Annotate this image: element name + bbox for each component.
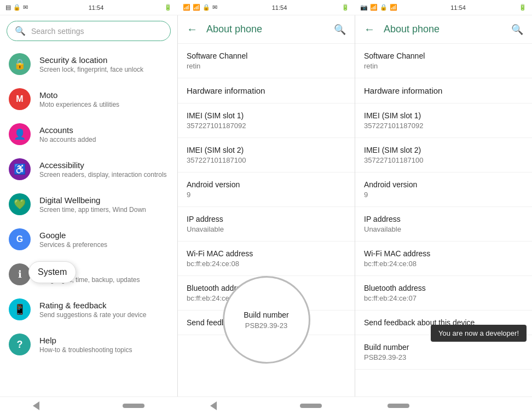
imei1-value-r: 357227101187092 bbox=[364, 122, 523, 130]
nav-section-right bbox=[355, 404, 532, 408]
wifi-value-m: bc:ff:eb:24:ce:08 bbox=[187, 260, 346, 268]
nav-bar bbox=[0, 396, 532, 414]
header-search-icon-right[interactable]: 🔍 bbox=[511, 24, 523, 36]
home-nav-button-2[interactable] bbox=[300, 404, 322, 408]
info-software-channel-r: Software Channel retin bbox=[355, 44, 532, 78]
sidebar-item-accounts[interactable]: 👤 Accounts No accounts added bbox=[0, 117, 177, 152]
security-text: Security & location Screen lock, fingerp… bbox=[39, 55, 169, 73]
back-arrow-middle[interactable]: ← bbox=[187, 23, 198, 36]
imei1-value-m: 357227101187092 bbox=[187, 122, 346, 130]
imei2-value-m: 357227101187100 bbox=[187, 156, 346, 164]
info-hardware-header-r: Hardware information bbox=[355, 78, 532, 104]
wifi-label-r: Wi-Fi MAC address bbox=[364, 249, 523, 258]
search-bar[interactable]: 🔍 Search settings bbox=[7, 21, 171, 41]
accessibility-subtitle: Screen readers, display, interaction con… bbox=[39, 171, 169, 179]
android-label-m: Android version bbox=[187, 180, 346, 189]
build-label-r: Build number bbox=[364, 343, 523, 352]
search-input[interactable]: Search settings bbox=[31, 27, 84, 36]
right-info-list: Software Channel retin Hardware informat… bbox=[355, 44, 532, 370]
build-value-r: PSB29.39-23 bbox=[364, 353, 523, 361]
imei2-label-r: IMEI (SIM slot 2) bbox=[364, 146, 523, 154]
info-bt-r: Bluetooth address bc:ff:eb:24:ce:07 bbox=[355, 276, 532, 311]
info-imei2-r: IMEI (SIM slot 2) 357227101187100 bbox=[355, 138, 532, 173]
right-panel-title: About phone bbox=[384, 24, 502, 35]
imei2-value-r: 357227101187100 bbox=[364, 156, 523, 164]
wellbeing-title: Digital Wellbeing bbox=[39, 196, 169, 205]
sidebar-item-accessibility[interactable]: ♿ Accessibility Screen readers, display,… bbox=[0, 152, 177, 187]
middle-panel-title: About phone bbox=[206, 24, 325, 35]
status-icons-right: 📷 📶 🔒 📶 bbox=[360, 4, 397, 11]
android-label-r: Android version bbox=[364, 180, 523, 189]
right-panel-header: ← About phone 🔍 bbox=[355, 15, 532, 44]
build-number-circle: Build number PSB29.39-23 bbox=[223, 276, 310, 364]
home-nav-button-3[interactable] bbox=[388, 404, 409, 408]
info-value-sw-r: retin bbox=[364, 62, 523, 70]
ip-value-m: Unavailable bbox=[187, 225, 346, 233]
accessibility-title: Accessibility bbox=[39, 160, 169, 170]
rating-icon: 📱 bbox=[9, 298, 31, 320]
status-icon-2: 🔒 bbox=[13, 4, 21, 11]
sidebar-item-rating[interactable]: 📱 Rating & feedback Send suggestions & r… bbox=[0, 292, 177, 327]
rating-subtitle: Send suggestions & rate your device bbox=[39, 311, 169, 319]
nav-section-left bbox=[0, 401, 177, 410]
bt-value-r: bc:ff:eb:24:ce:07 bbox=[364, 294, 523, 302]
help-icon: ? bbox=[9, 334, 31, 355]
search-icon: 🔍 bbox=[15, 26, 26, 36]
header-search-icon-middle[interactable]: 🔍 bbox=[334, 24, 346, 36]
status-bar-mid: 📶 📶 🔒 ✉ 11:54 🔋 bbox=[177, 4, 355, 11]
home-nav-button-1[interactable] bbox=[123, 404, 144, 408]
sidebar-item-system[interactable]: ℹ System Languages, time, backup, update… bbox=[0, 257, 177, 292]
sidebar-item-help[interactable]: ? Help How-to & troubleshooting topics bbox=[0, 327, 177, 362]
android-value-m: 9 bbox=[187, 191, 346, 199]
status-time-2: 11:54 bbox=[272, 4, 287, 11]
signal-icon-3: 📶 bbox=[370, 4, 378, 11]
wifi-value-r: bc:ff:eb:24:ce:08 bbox=[364, 260, 523, 268]
signal-icon-4: 📶 bbox=[390, 4, 397, 11]
imei1-label-m: IMEI (SIM slot 1) bbox=[187, 111, 346, 120]
info-hardware-label-m: Hardware information bbox=[187, 86, 346, 95]
security-title: Security & location bbox=[39, 55, 169, 65]
back-nav-button-1[interactable] bbox=[33, 401, 39, 410]
status-icons-left-1: ▤ 🔒 ✉ bbox=[5, 4, 28, 11]
system-icon: ℹ bbox=[9, 263, 31, 285]
settings-list: 🔒 Security & location Screen lock, finge… bbox=[0, 47, 177, 396]
wellbeing-icon: 💚 bbox=[9, 193, 31, 215]
lock-icon-2: 🔒 bbox=[380, 4, 388, 11]
moto-title: Moto bbox=[39, 90, 169, 100]
signal-icon-1: 📶 bbox=[183, 4, 190, 11]
sidebar-item-moto[interactable]: M Moto Moto experiences & utilities bbox=[0, 82, 177, 117]
back-arrow-right[interactable]: ← bbox=[364, 23, 375, 36]
ip-value-r: Unavailable bbox=[364, 225, 523, 233]
google-icon: G bbox=[9, 228, 31, 250]
accounts-title: Accounts bbox=[39, 125, 169, 135]
info-wifi-m: Wi-Fi MAC address bc:ff:eb:24:ce:08 bbox=[178, 242, 355, 276]
sidebar-item-google[interactable]: G Google Services & preferences bbox=[0, 222, 177, 257]
battery-icon-2: 🔋 bbox=[342, 4, 349, 11]
status-bar-right: 📷 📶 🔒 📶 11:54 🔋 bbox=[355, 4, 532, 11]
build-circle-value: PSB29.39-23 bbox=[245, 321, 287, 330]
sidebar-item-wellbeing[interactable]: 💚 Digital Wellbeing Screen time, app tim… bbox=[0, 187, 177, 222]
google-title: Google bbox=[39, 231, 169, 240]
rating-title: Rating & feedback bbox=[39, 301, 169, 310]
ip-label-m: IP address bbox=[187, 215, 346, 223]
status-icon-1: ▤ bbox=[5, 4, 11, 11]
status-time-3: 11:54 bbox=[450, 4, 466, 11]
google-subtitle: Services & preferences bbox=[39, 241, 169, 249]
status-icon-3: ✉ bbox=[23, 4, 28, 11]
middle-panel: ← About phone 🔍 Software Channel retin H… bbox=[178, 15, 355, 396]
right-panel: ← About phone 🔍 Software Channel retin H… bbox=[355, 15, 532, 396]
moto-text: Moto Moto experiences & utilities bbox=[39, 90, 169, 108]
cam-icon: 📷 bbox=[360, 4, 368, 11]
info-hardware-header-m: Hardware information bbox=[178, 78, 355, 104]
ip-label-r: IP address bbox=[364, 215, 523, 223]
back-nav-button-2[interactable] bbox=[210, 401, 217, 410]
accounts-subtitle: No accounts added bbox=[39, 136, 169, 143]
sidebar-item-security[interactable]: 🔒 Security & location Screen lock, finge… bbox=[0, 47, 177, 82]
main-content: 🔍 Search settings 🔒 Security & location … bbox=[0, 15, 532, 396]
accounts-icon: 👤 bbox=[9, 123, 31, 145]
toast-notification: You are now a developer! bbox=[431, 325, 527, 342]
moto-icon: M bbox=[9, 88, 31, 110]
wellbeing-text: Digital Wellbeing Screen time, app timer… bbox=[39, 196, 169, 214]
info-android-r: Android version 9 bbox=[355, 173, 532, 207]
imei1-label-r: IMEI (SIM slot 1) bbox=[364, 111, 523, 120]
